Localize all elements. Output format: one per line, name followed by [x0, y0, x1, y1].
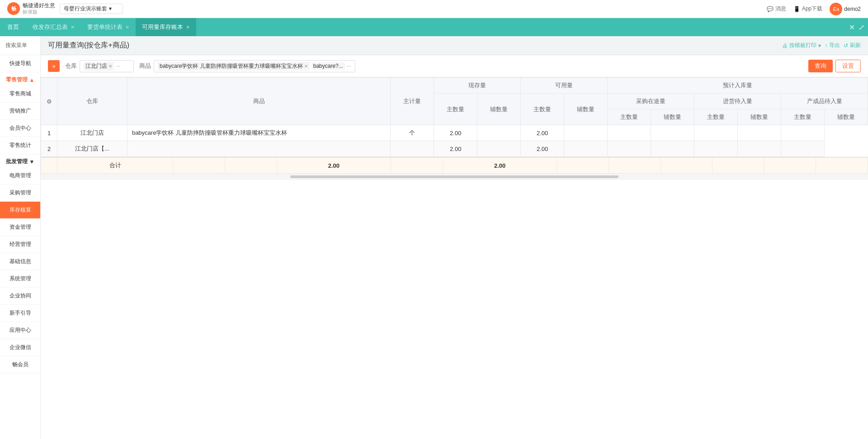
product-filter-group: 商品 babycare学饮杯 儿童防摔防撞吸管杯重力球吸嘴杯宝宝水杯 ✕ bab…	[139, 60, 355, 72]
sidebar-search-area: 搜索菜单	[0, 36, 40, 55]
content-area: 可用量查询(按仓库+商品) 🖨 按模板打印 ▾ ↑ 导出 ↺ 刷新 »	[41, 36, 868, 439]
cell-current-main: 2.00	[434, 141, 477, 157]
sidebar-item-marketing[interactable]: 营销推广	[0, 103, 40, 120]
message-action[interactable]: 💬 消息	[767, 5, 786, 13]
sidebar-item-member2[interactable]: 畅会员	[0, 356, 40, 373]
table-row: 1 江北门店 babycare学饮杯 儿童防摔防撞吸管杯重力球吸嘴杯宝宝水杯 个…	[41, 125, 868, 141]
app-icon: 📱	[793, 6, 800, 12]
product-tag-2-value: babycare?...	[313, 63, 343, 69]
cell-purchase-main	[608, 125, 651, 141]
sidebar-item-retail-shop[interactable]: 零售商城	[0, 85, 40, 103]
warehouse-filter-group: 仓库 江北门店 ✕ ···	[65, 60, 134, 72]
table-footer: 合计 2.00 2.00	[41, 157, 868, 180]
cell-warehouse: 江北门店	[57, 125, 127, 141]
th-avail-main: 主数量	[521, 94, 564, 125]
nav-tabs: 首页 收发存汇总表 ✕ 要货单统计表 ✕ 可用量库存账本 ✕ ✕ ⤢	[0, 18, 868, 36]
filter-actions: 查询 设置	[808, 60, 861, 72]
cell-incoming-aux	[738, 125, 781, 141]
th-warehouse: 仓库	[57, 78, 127, 125]
filter-toggle-button[interactable]: »	[48, 60, 60, 72]
total-label: 合计	[57, 158, 173, 174]
cell-incoming-main	[694, 141, 738, 157]
refresh-button[interactable]: ↺ 刷新	[844, 42, 861, 49]
warehouse-input[interactable]: 江北门店 ✕ ···	[80, 60, 134, 72]
th-gear[interactable]: ⚙	[41, 78, 57, 125]
export-button[interactable]: ↑ 导出	[825, 42, 840, 49]
cell-purchase-aux	[651, 125, 694, 141]
cell-current-aux	[477, 125, 521, 141]
data-table: ⚙ 仓库 商品 主计量 现存量 可用量 预计入库量 主数量 辅数量 主数量 辅数…	[41, 77, 868, 157]
top-bar-left: 畅 畅捷通好生意 标准版 母婴行业演示账套 ▾	[7, 2, 123, 15]
sidebar-item-retail-stats[interactable]: 零售统计	[0, 137, 40, 154]
tab-receipt-close[interactable]: ✕	[71, 24, 75, 30]
tab-stock-label: 可用量库存账本	[142, 23, 183, 31]
filter-bar: » 仓库 江北门店 ✕ ··· 商品 babycare学饮杯 儿童防摔防撞吸管杯…	[41, 55, 868, 77]
sidebar-item-basic[interactable]: 基础信息	[0, 253, 40, 270]
nav-close-btn[interactable]: ✕	[849, 23, 855, 32]
sidebar-item-wholesale[interactable]: 批发管理 ▼	[0, 154, 40, 167]
logo-text-area: 畅捷通好生意 标准版	[23, 2, 55, 15]
sidebar-item-business[interactable]: 经营管理	[0, 236, 40, 253]
nav-right-actions: ✕ ⤢	[849, 23, 868, 32]
warehouse-tag-remove[interactable]: ✕	[108, 64, 112, 69]
cell-avail-main: 2.00	[521, 125, 564, 141]
total-current-main: 2.00	[277, 158, 391, 174]
tab-stock[interactable]: 可用量库存账本 ✕	[136, 18, 196, 36]
setting-button[interactable]: 设置	[835, 60, 861, 72]
search-menu-button[interactable]: 搜索菜单	[4, 40, 37, 51]
th-incoming-pending: 进货待入量	[694, 94, 781, 109]
sidebar-item-purchase[interactable]: 采购管理	[0, 184, 40, 202]
th-incoming-main: 主数量	[694, 109, 738, 125]
message-icon: 💬	[767, 6, 774, 12]
sidebar-item-retail[interactable]: 零售管理 ▲	[0, 72, 40, 85]
cell-warehouse: 江北门店【...	[57, 141, 127, 157]
tab-home-label: 首页	[7, 23, 19, 31]
tab-order-close[interactable]: ✕	[125, 24, 129, 30]
sidebar-item-nav[interactable]: 快捷导航	[0, 55, 40, 72]
th-unit: 主计量	[391, 78, 434, 125]
warehouse-label: 仓库	[65, 62, 77, 70]
tab-receipt[interactable]: 收发存汇总表 ✕	[26, 18, 81, 36]
tab-order[interactable]: 要货单统计表 ✕	[81, 18, 136, 36]
cell-incoming-main	[694, 125, 738, 141]
user-area[interactable]: Ea demo2	[830, 3, 861, 15]
wholesale-expand-icon: ▼	[29, 159, 35, 165]
tab-home[interactable]: 首页	[0, 18, 26, 36]
app-download-action[interactable]: 📱 App下载	[793, 5, 822, 13]
product-more[interactable]: ···	[347, 63, 351, 69]
sidebar-item-ecom[interactable]: 电商管理	[0, 167, 40, 184]
sidebar-item-member[interactable]: 会员中心	[0, 120, 40, 137]
table-container: ⚙ 仓库 商品 主计量 现存量 可用量 预计入库量 主数量 辅数量 主数量 辅数…	[41, 77, 868, 439]
print-dropdown-icon: ▾	[818, 42, 821, 49]
th-product-main: 主数量	[781, 109, 825, 125]
th-available: 可用量	[521, 78, 608, 94]
product-tag-1-remove[interactable]: ✕	[304, 64, 308, 69]
sidebar-item-inventory[interactable]: 库存核算	[0, 202, 40, 219]
sidebar-item-wxwork[interactable]: 企业微信	[0, 339, 40, 356]
app-download-label: App下载	[802, 5, 822, 13]
th-current-main: 主数量	[434, 94, 477, 125]
cell-avail-main: 2.00	[521, 141, 564, 157]
company-selector[interactable]: 母婴行业演示账套 ▾	[60, 4, 123, 14]
cell-unit: 个	[391, 125, 434, 141]
th-current-aux: 辅数量	[477, 94, 521, 125]
refresh-icon: ↺	[844, 42, 848, 49]
product-input[interactable]: babycare学饮杯 儿童防摔防撞吸管杯重力球吸嘴杯宝宝水杯 ✕ babyca…	[154, 60, 355, 72]
th-purchase-main: 主数量	[608, 109, 651, 125]
cell-product-main	[781, 125, 825, 141]
tab-stock-close[interactable]: ✕	[186, 24, 190, 30]
sidebar-item-guide[interactable]: 新手引导	[0, 305, 40, 322]
sidebar-item-finance[interactable]: 资金管理	[0, 219, 40, 236]
sidebar-item-appstore[interactable]: 应用中心	[0, 322, 40, 339]
warehouse-more[interactable]: ···	[116, 63, 120, 69]
nav-expand-btn[interactable]: ⤢	[859, 23, 864, 32]
sidebar-item-system[interactable]: 系统管理	[0, 270, 40, 288]
warehouse-tag: 江北门店 ✕	[84, 62, 114, 71]
table-row: 2 江北门店【... 2.00 2.00	[41, 141, 868, 157]
sidebar-item-enterprise[interactable]: 企业协同	[0, 288, 40, 305]
th-current-stock: 现存量	[434, 78, 521, 94]
print-button[interactable]: 🖨 按模板打印 ▾	[782, 42, 821, 49]
cell-incoming-aux	[738, 141, 781, 157]
query-button[interactable]: 查询	[808, 60, 833, 72]
cell-current-aux	[477, 141, 521, 157]
